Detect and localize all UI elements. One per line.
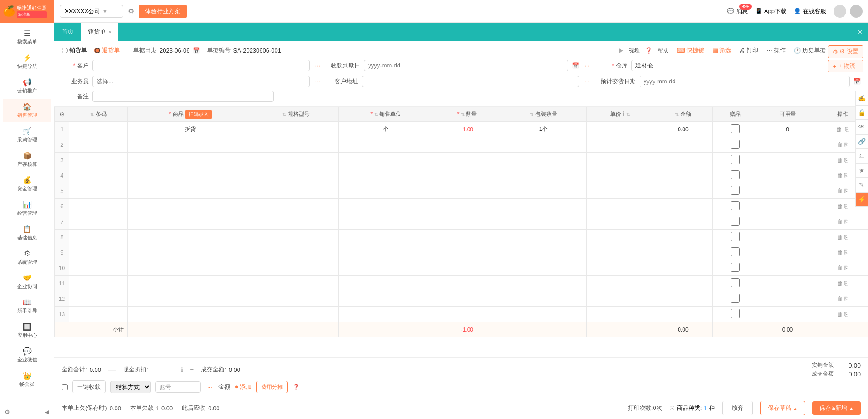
sidebar-item-inventory[interactable]: 📦 库存核算 (3, 148, 51, 171)
gift-checkbox[interactable] (731, 186, 740, 195)
gift-checkbox[interactable] (731, 170, 740, 179)
gift-checkbox[interactable] (731, 217, 740, 226)
discount-input[interactable] (151, 366, 178, 373)
discard-button[interactable]: 放弃 (722, 401, 753, 415)
sidebar-item-guide[interactable]: 📖 新手引导 (3, 294, 51, 318)
float-btn-tag[interactable]: 🏷 (855, 149, 868, 163)
cell-unit[interactable]: 个 (339, 122, 433, 137)
delete-icon[interactable]: 🗑 (837, 280, 843, 287)
copy-icon[interactable]: ⎘ (844, 234, 848, 241)
chevron-up-icon[interactable]: ▲ (793, 406, 798, 411)
sidebar-item-apps[interactable]: 🔲 应用中心 (3, 319, 51, 342)
copy-icon[interactable]: ⎘ (844, 295, 848, 302)
copy-icon[interactable]: ⎘ (845, 126, 849, 133)
delete-icon[interactable]: 🗑 (837, 172, 843, 179)
sidebar-item-purchase[interactable]: 🛒 采购管理 (3, 123, 51, 147)
customer-dots-btn[interactable]: ··· (313, 62, 322, 69)
float-btn-lock[interactable]: 🔒 (855, 105, 868, 120)
save-new-button[interactable]: 保存&新增 ▲ (812, 401, 861, 415)
sidebar-item-wechat[interactable]: 💬 企业微信 (3, 343, 51, 367)
operation-btn[interactable]: ⋯ 操作 (764, 45, 788, 55)
video-btn[interactable]: 视频 (626, 46, 642, 55)
copy-icon[interactable]: ⎘ (844, 265, 848, 271)
gift-checkbox[interactable] (731, 140, 740, 149)
goods-type-link[interactable]: 1 (703, 405, 707, 412)
copy-icon[interactable]: ⎘ (844, 218, 848, 225)
customer-input[interactable] (92, 60, 310, 71)
message-button[interactable]: 💬 消息 99+ (727, 7, 748, 15)
sidebar-item-finance[interactable]: 💰 资金管理 (3, 172, 51, 196)
delete-icon[interactable]: 🗑 (837, 234, 843, 241)
gift-checkbox[interactable] (731, 294, 740, 303)
filter-btn[interactable]: ▦ 筛选 (710, 45, 734, 55)
account-input[interactable] (155, 381, 201, 393)
delete-icon[interactable]: 🗑 (837, 188, 843, 194)
app-download-button[interactable]: 📱 App下载 (755, 7, 786, 15)
sales-order-radio[interactable]: 销货单 (62, 46, 87, 54)
sidebar-collapse-icon[interactable]: ◀ (45, 409, 49, 415)
calendar-icon[interactable]: 📅 (193, 47, 200, 54)
trial-button[interactable]: 体验行业方案 (139, 5, 187, 18)
sidebar-item-quick[interactable]: ⚡ 快捷导航 (3, 50, 51, 73)
sidebar-item-operation[interactable]: 📊 经营管理 (3, 197, 51, 220)
gift-checkbox[interactable] (731, 201, 740, 210)
sidebar-item-search[interactable]: ☰ 搜索菜单 (3, 25, 51, 49)
avatar2[interactable] (850, 5, 863, 18)
sales-radio-input[interactable] (62, 48, 68, 53)
gift-checkbox[interactable] (731, 232, 740, 241)
salesperson-input[interactable] (92, 76, 310, 87)
sidebar-item-basic[interactable]: 📋 基础信息 (3, 221, 51, 245)
delete-icon[interactable]: 🗑 (837, 157, 843, 164)
delete-icon[interactable]: 🗑 (837, 295, 843, 302)
cell-amount[interactable]: 0.00 (654, 122, 712, 137)
one-click-button[interactable]: 一键收款 (72, 380, 106, 393)
delete-icon[interactable]: 🗑 (837, 218, 843, 225)
cell-gift[interactable] (712, 122, 758, 137)
cell-goods[interactable]: 拆货 (127, 122, 253, 137)
one-click-checkbox[interactable] (62, 384, 68, 390)
customer-addr-dots-btn[interactable]: ··· (583, 78, 592, 85)
salesperson-dots-btn[interactable]: ··· (313, 78, 322, 85)
scan-button[interactable]: 扫码录入 (185, 110, 212, 119)
delete-icon[interactable]: 🗑 (837, 141, 843, 148)
delete-icon[interactable]: 🗑 (837, 265, 843, 271)
copy-icon[interactable]: ⎘ (844, 311, 848, 318)
copy-icon[interactable]: ⎘ (844, 172, 848, 179)
tab-home[interactable]: 首页 (54, 23, 81, 41)
tab-sales[interactable]: 销货单 × (81, 23, 118, 41)
due-date-input[interactable] (364, 60, 568, 71)
account-dots-btn[interactable]: ··· (205, 384, 214, 390)
print-btn[interactable]: 🖨 打印 (737, 45, 761, 55)
delete-icon[interactable]: 🗑 (837, 203, 843, 210)
customer-addr-input[interactable] (362, 76, 579, 87)
avatar[interactable] (834, 5, 846, 18)
return-order-radio[interactable]: 退货单 (94, 46, 120, 54)
gift-checkbox[interactable] (731, 155, 740, 164)
chevron-up-icon2[interactable]: ▲ (849, 406, 853, 411)
float-btn-link[interactable]: 🔗 (855, 134, 868, 149)
copy-icon[interactable]: ⎘ (844, 141, 848, 148)
return-radio-input[interactable] (94, 48, 100, 53)
sidebar-item-system[interactable]: ⚙ 系统管理 (3, 246, 51, 269)
float-btn-eye[interactable]: 👁 (855, 120, 868, 134)
due-date-calendar-icon[interactable]: 📅 (572, 62, 579, 69)
tab-close-button[interactable]: ✕ (858, 29, 868, 35)
save-draft-button[interactable]: 保存草稿 ▲ (760, 401, 805, 415)
payment-method-select[interactable]: 结算方式 (110, 381, 151, 393)
cell-qty[interactable]: -1.00 (433, 122, 501, 137)
gift-checkbox[interactable] (731, 124, 740, 133)
online-service-button[interactable]: 👤 在线客服 (794, 7, 826, 15)
sidebar-item-marketing[interactable]: 📢 营销推广 (3, 74, 51, 98)
fee-split-button[interactable]: 费用分摊 (256, 381, 288, 393)
cell-pkg-qty[interactable]: 1个 (501, 122, 586, 137)
cell-spec[interactable] (253, 122, 339, 137)
sidebar-item-member[interactable]: 👑 畅会员 (3, 368, 51, 391)
add-button[interactable]: ● 添加 (235, 383, 252, 391)
delete-icon[interactable]: 🗑 (837, 311, 843, 318)
warehouse-input[interactable] (631, 60, 849, 71)
delete-icon[interactable]: 🗑 (836, 126, 842, 133)
remark-input[interactable] (92, 91, 274, 102)
due-date-dots-btn[interactable]: ··· (583, 62, 592, 69)
copy-icon[interactable]: ⎘ (844, 157, 848, 164)
copy-icon[interactable]: ⎘ (844, 188, 848, 194)
